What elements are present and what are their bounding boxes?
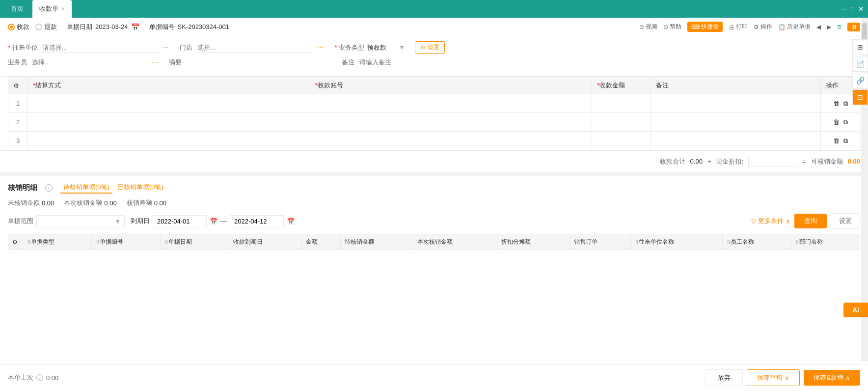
settings-icon-bottom[interactable]: ⚙ <box>12 239 18 246</box>
done-tab[interactable]: 已核销单据(0笔) <box>114 182 166 194</box>
footer: 本单上次 i 0.00 放弃 保存草稿 ∧ 保存&新增 ∧ <box>0 364 868 391</box>
query-btn[interactable]: 查询 <box>794 214 827 228</box>
available-label: 可核销金额 <box>811 157 843 166</box>
tab-bar-right: ─ □ ✕ <box>841 5 864 13</box>
operation-btn[interactable]: ⚙ 操作 <box>754 23 772 31</box>
row-2-actions: 🗑 ⧉ <box>821 113 860 132</box>
reconcile-settings-btn[interactable]: 设置 <box>831 213 860 229</box>
row-2-delete-icon[interactable]: 🗑 <box>833 118 840 126</box>
setting-btn-label: 设置 <box>428 43 439 52</box>
col-date-header: ⇅单据日期 <box>161 234 229 250</box>
reconcile-info-icon[interactable]: i <box>45 184 53 192</box>
ai-label: Ai <box>852 306 859 314</box>
form-row-1: * 往来单位 ··· 门店 ··· * 业务类型 预收款 ▼ ⚙ 设置 <box>8 41 860 54</box>
row-2-amount[interactable] <box>592 113 651 132</box>
row-3-copy-icon[interactable]: ⧉ <box>843 137 848 145</box>
business-type-dropdown-icon: ▼ <box>399 44 405 51</box>
radio-refund[interactable]: 退款 <box>35 23 57 31</box>
reconcile-stats: 未核销金额 0.00 本次核销金额 0.00 核销差额 0.00 <box>8 198 860 207</box>
reconcile-title: 核销明细 <box>8 183 37 193</box>
shortcut-icon: ⌨ <box>691 24 700 30</box>
row-2-copy-icon[interactable]: ⧉ <box>843 118 848 126</box>
form-row-2: 业务员 ··· 摘要 备注 <box>8 57 860 67</box>
right-panel-link-icon[interactable]: 🔗 <box>852 73 868 88</box>
right-panel-doc-icon[interactable]: 📄 <box>852 56 868 72</box>
this-cancel-value: 0.00 <box>104 199 116 207</box>
row-3-remark[interactable] <box>651 132 821 150</box>
right-panel-expand-icon[interactable]: ⊡ <box>852 89 868 105</box>
row-2-account[interactable] <box>310 113 592 132</box>
abandon-btn[interactable]: 放弃 <box>705 369 743 386</box>
remark-label: 备注 <box>342 58 354 67</box>
row-3-account[interactable] <box>310 132 592 150</box>
discount-input[interactable] <box>748 156 797 167</box>
window-close-icon[interactable]: ✕ <box>858 5 864 13</box>
row-3-amount[interactable] <box>592 132 651 150</box>
window-maximize-icon[interactable]: □ <box>850 5 854 13</box>
right-panel-table-icon[interactable]: ⊞ <box>852 39 868 55</box>
history-btn[interactable]: 📋 历史单据 <box>778 23 811 31</box>
cal-to-icon[interactable]: 📅 <box>287 218 295 225</box>
row-1-delete-icon[interactable]: 🗑 <box>833 100 840 107</box>
date-value: 2023-03-24 <box>95 23 128 30</box>
row-1-remark[interactable] <box>651 94 821 113</box>
menu-icon[interactable]: ≡ <box>837 23 841 31</box>
operation-label: 操作 <box>760 23 772 31</box>
video-btn[interactable]: ⊙ 视频 <box>639 23 657 31</box>
row-2-remark[interactable] <box>651 113 821 132</box>
remark-field: 备注 <box>342 57 456 67</box>
save-new-chevron-icon: ∧ <box>845 374 850 382</box>
row-1-account[interactable] <box>310 94 592 113</box>
summary-input[interactable] <box>185 57 332 67</box>
row-1-amount[interactable] <box>592 94 651 113</box>
row-2-settlement[interactable] <box>28 113 310 132</box>
help-icon: ⊙ <box>663 24 668 30</box>
help-label: 帮助 <box>670 23 681 31</box>
date-to-input[interactable] <box>230 215 284 227</box>
store-more-btn[interactable]: ··· <box>316 43 325 52</box>
range-select[interactable] <box>36 215 125 227</box>
radio-receive-label: 收款 <box>17 23 29 31</box>
print-btn[interactable]: 🖨 打印 <box>729 23 748 31</box>
expand-icon[interactable]: ⊞ <box>847 23 860 31</box>
row-3-actions: 🗑 ⧉ <box>821 132 860 150</box>
counterpart-input[interactable] <box>41 43 159 53</box>
row-3-delete-icon[interactable]: 🗑 <box>833 137 840 144</box>
remark-input[interactable] <box>357 57 456 67</box>
row-3-settlement[interactable] <box>28 132 310 150</box>
calendar-icon[interactable]: 📅 <box>131 23 139 31</box>
more-filters-btn[interactable]: ▽ 更多条件 ∧ <box>751 217 790 225</box>
counterpart-more-btn[interactable]: ··· <box>162 43 170 52</box>
reconcile-tabs: 待核销单据(0笔) 已核销单据(0笔) <box>60 182 166 194</box>
diff-value: 0.00 <box>154 199 166 207</box>
history-label: 历史单据 <box>787 23 811 31</box>
nav-prev-icon[interactable]: ◀ <box>816 24 821 30</box>
cal-from-icon[interactable]: 📅 <box>210 218 217 225</box>
tab-close-icon[interactable]: × <box>61 5 65 12</box>
shortcut-btn[interactable]: ⌨ 快捷键 <box>687 22 723 32</box>
date-range-dash: — <box>220 218 227 225</box>
save-draft-btn[interactable]: 保存草稿 ∧ <box>747 369 800 386</box>
total-label: 收款合计 <box>660 157 685 166</box>
diff-label: 核销差额 <box>127 198 152 207</box>
store-input[interactable] <box>195 43 313 53</box>
radio-receive[interactable]: 收款 <box>8 23 29 31</box>
staff-more-btn[interactable]: ··· <box>151 58 159 67</box>
summary-label: 摘要 <box>169 58 182 67</box>
date-from-input[interactable] <box>153 215 207 227</box>
window-minimize-icon[interactable]: ─ <box>841 5 846 13</box>
tab-receipt[interactable]: 收款单 × <box>32 0 72 18</box>
save-new-btn[interactable]: 保存&新增 ∧ <box>804 370 860 386</box>
help-btn[interactable]: ⊙ 帮助 <box>663 23 681 31</box>
nav-next-icon[interactable]: ▶ <box>827 24 831 30</box>
ai-badge[interactable]: Ai <box>843 303 868 317</box>
row-1-settlement[interactable] <box>28 94 310 113</box>
tab-bar: 首页 收款单 × ─ □ ✕ <box>0 0 868 18</box>
form-setting-btn[interactable]: ⚙ 设置 <box>415 41 445 54</box>
tab-home[interactable]: 首页 <box>4 0 30 18</box>
row-1-copy-icon[interactable]: ⧉ <box>843 100 848 108</box>
col-settings-header[interactable]: ⚙ <box>8 77 28 94</box>
pending-tab[interactable]: 待核销单据(0笔) <box>60 182 112 194</box>
business-type-select[interactable]: 预收款 ▼ <box>367 43 405 52</box>
staff-input[interactable] <box>30 57 148 67</box>
